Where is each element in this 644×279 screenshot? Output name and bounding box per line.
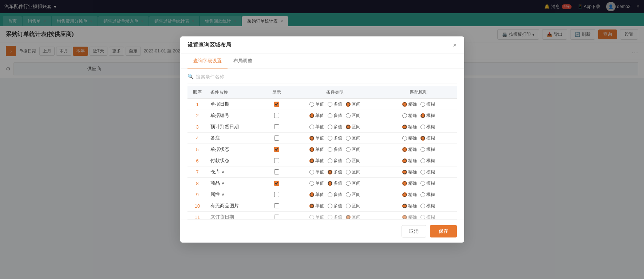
modal-body: 🔍 顺序 条件名称 显示 条件类型 匹配原则 1 单据日期	[180, 68, 464, 78]
modal-tabs: 查询字段设置 布局调整	[180, 54, 464, 68]
modal-tab-query-fields[interactable]: 查询字段设置	[187, 54, 228, 68]
settings-modal: 设置查询区域布局 × 查询字段设置 布局调整 🔍 顺序	[180, 36, 464, 78]
modal-overlay: 设置查询区域布局 × 查询字段设置 布局调整 🔍 顺序	[0, 0, 644, 78]
search-input[interactable]	[196, 74, 457, 79]
modal-tab-layout[interactable]: 布局调整	[228, 54, 258, 68]
modal-tab-query-fields-label: 查询字段设置	[193, 58, 222, 63]
modal-title: 设置查询区域布局	[187, 42, 231, 48]
modal-header: 设置查询区域布局 ×	[180, 36, 464, 54]
search-icon: 🔍	[187, 74, 194, 78]
modal-tab-layout-label: 布局调整	[233, 58, 252, 63]
search-bar: 🔍	[187, 74, 457, 78]
modal-close-button[interactable]: ×	[453, 42, 457, 48]
